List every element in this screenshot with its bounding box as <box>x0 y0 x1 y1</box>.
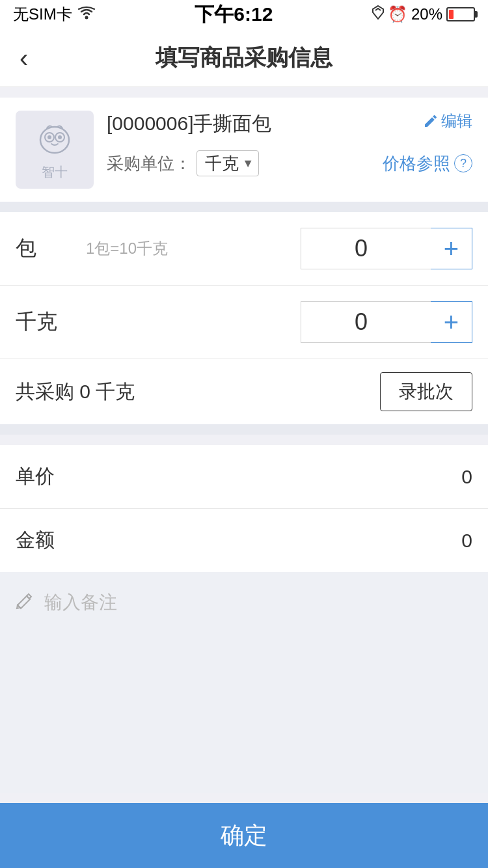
batch-button[interactable]: 录批次 <box>380 372 472 411</box>
owl-icon <box>35 119 74 161</box>
svg-point-4 <box>47 135 51 139</box>
back-button[interactable]: ‹ <box>13 38 34 77</box>
price-row-unit: 单价 0 <box>0 445 488 509</box>
divider-2 <box>0 424 488 435</box>
qty-row-bag: 包 1包=10千克 + <box>0 212 488 286</box>
product-name: [0000006]手撕面包 <box>107 111 271 137</box>
price-row-total: 金额 0 <box>0 509 488 572</box>
total-price-value: 0 <box>461 530 472 552</box>
battery-icon <box>446 7 475 21</box>
status-bar: 无SIM卡 下午6:12 ⏰ 20% <box>0 0 488 29</box>
page-title: 填写商品采购信息 <box>156 43 332 73</box>
status-time: 下午6:12 <box>195 1 273 28</box>
location-icon <box>372 5 384 23</box>
divider-1 <box>0 202 488 212</box>
svg-point-0 <box>85 16 88 20</box>
price-ref-button[interactable]: 价格参照 ? <box>383 152 472 175</box>
battery-text: 20% <box>411 5 442 23</box>
price-section: 单价 0 金额 0 <box>0 445 488 572</box>
qty-controls-bag: + <box>301 228 472 269</box>
unit-label: 采购单位： <box>107 152 191 175</box>
total-price-label: 金额 <box>16 527 55 554</box>
qty-label-bag: 包 <box>16 234 81 263</box>
status-right: ⏰ 20% <box>372 5 475 23</box>
qty-label-kg: 千克 <box>16 308 81 336</box>
qty-plus-kg[interactable]: + <box>431 301 472 343</box>
alarm-icon: ⏰ <box>388 5 407 23</box>
product-image: 智十 <box>16 111 94 189</box>
remarks-section[interactable]: 输入备注 <box>0 572 488 793</box>
unit-select-wrapper[interactable]: 千克 包 ▼ <box>197 150 259 176</box>
product-card: 智十 [0000006]手撕面包 编辑 采购单位： 千克 包 ▼ <box>0 98 488 202</box>
signal-text: 无SIM卡 <box>13 4 72 25</box>
unit-price-label: 单价 <box>16 463 55 490</box>
qty-input-kg[interactable] <box>301 301 431 343</box>
nav-bar: ‹ 填写商品采购信息 <box>0 29 488 87</box>
qty-input-bag[interactable] <box>301 228 431 269</box>
pencil-icon <box>16 591 34 614</box>
wifi-icon <box>77 5 96 23</box>
remarks-placeholder: 输入备注 <box>44 590 117 615</box>
qty-controls-kg: + <box>301 301 472 343</box>
qty-sublabel-bag: 1包=10千克 <box>86 238 168 259</box>
summary-text: 共采购 0 千克 <box>16 379 135 405</box>
product-info: [0000006]手撕面包 编辑 采购单位： 千克 包 ▼ <box>107 111 472 176</box>
svg-point-5 <box>58 135 62 139</box>
unit-select[interactable]: 千克 包 <box>197 150 259 176</box>
price-ref-info-icon: ? <box>454 154 472 172</box>
status-left: 无SIM卡 <box>13 4 96 25</box>
quantity-section: 包 1包=10千克 + 千克 + <box>0 212 488 359</box>
confirm-button[interactable]: 确定 <box>0 803 488 868</box>
summary-row: 共采购 0 千克 录批次 <box>0 359 488 424</box>
svg-point-1 <box>40 127 69 153</box>
brand-label: 智十 <box>42 163 68 181</box>
qty-plus-bag[interactable]: + <box>431 228 472 269</box>
qty-row-kg: 千克 + <box>0 286 488 359</box>
edit-button[interactable]: 编辑 <box>423 111 472 131</box>
unit-price-value: 0 <box>461 466 472 488</box>
